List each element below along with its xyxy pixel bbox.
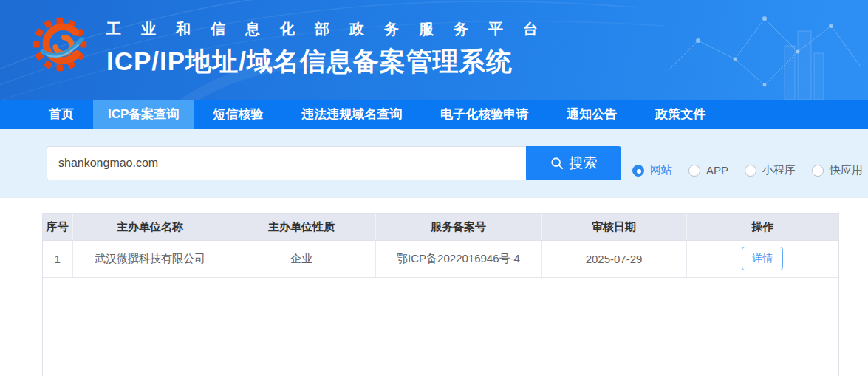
cell-organizer-name: 武汉微撰科技有限公司	[72, 240, 228, 277]
site-header: 工业和信息化部政务服务平台 ICP/IP地址/域名信息备案管理系统	[0, 0, 868, 100]
cell-review-date: 2025-07-29	[541, 240, 686, 277]
cell-action: 详情	[686, 240, 838, 277]
results-table: 序号主办单位名称主办单位性质服务备案号审核日期操作 1武汉微撰科技有限公司企业鄂…	[43, 214, 838, 278]
titles: 工业和信息化部政务服务平台 ICP/IP地址/域名信息备案管理系统	[106, 19, 558, 79]
nav-item-5[interactable]: 电子化核验申请	[421, 100, 547, 129]
nav-item-4[interactable]: 违法违规域名查询	[282, 100, 421, 129]
radio-option-3[interactable]: 小程序	[745, 163, 796, 177]
nav-item-3[interactable]: 短信核验	[194, 100, 282, 129]
search-section: 搜索 网站APP小程序快应用	[0, 129, 868, 198]
table-body: 1武汉微撰科技有限公司企业鄂ICP备2022016946号-42025-07-2…	[43, 240, 838, 277]
radio-option-label: APP	[706, 164, 728, 177]
magnifier-icon	[550, 157, 564, 170]
page: 工业和信息化部政务服务平台 ICP/IP地址/域名信息备案管理系统 首页ICP备…	[0, 0, 868, 376]
target-type-radio-group: 网站APP小程序快应用	[632, 163, 863, 177]
nav-item-7[interactable]: 政策文件	[636, 100, 725, 129]
column-header: 主办单位性质	[228, 214, 375, 240]
search-button[interactable]: 搜索	[526, 146, 621, 180]
gear-spiral-logo-icon	[33, 12, 87, 86]
search-button-label: 搜索	[570, 154, 598, 173]
radio-circle-icon	[632, 165, 644, 177]
cell-license-number: 鄂ICP备2022016946号-4	[375, 240, 541, 277]
platform-title: 工业和信息化部政务服务平台	[106, 19, 558, 39]
nav-item-1[interactable]: 首页	[30, 100, 93, 129]
column-header: 审核日期	[541, 214, 686, 240]
search-row: 搜索 网站APP小程序快应用	[47, 146, 868, 180]
radio-circle-icon	[745, 165, 756, 177]
table-header-row: 序号主办单位名称主办单位性质服务备案号审核日期操作	[43, 214, 838, 240]
nav-item-6[interactable]: 通知公告	[547, 100, 636, 129]
main-nav: 首页ICP备案查询短信核验违法违规域名查询电子化核验申请通知公告政策文件	[0, 100, 868, 129]
radio-option-4[interactable]: 快应用	[812, 163, 863, 177]
brand: 工业和信息化部政务服务平台 ICP/IP地址/域名信息备案管理系统	[0, 0, 868, 86]
system-title: ICP/IP地址/域名信息备案管理系统	[106, 44, 558, 79]
radio-option-label: 快应用	[830, 163, 863, 177]
detail-button[interactable]: 详情	[742, 247, 783, 270]
radio-option-2[interactable]: APP	[688, 164, 728, 177]
results-panel: 序号主办单位名称主办单位性质服务备案号审核日期操作 1武汉微撰科技有限公司企业鄂…	[42, 213, 839, 376]
radio-circle-icon	[688, 165, 700, 177]
column-header: 主办单位名称	[72, 214, 228, 240]
radio-option-label: 小程序	[762, 163, 796, 177]
nav-item-2[interactable]: ICP备案查询	[93, 100, 194, 129]
column-header: 序号	[43, 214, 72, 240]
table-row: 1武汉微撰科技有限公司企业鄂ICP备2022016946号-42025-07-2…	[43, 240, 838, 277]
search-input[interactable]	[47, 146, 526, 180]
radio-circle-icon	[812, 165, 824, 177]
cell-index: 1	[43, 240, 72, 277]
radio-option-label: 网站	[650, 163, 672, 177]
radio-option-1[interactable]: 网站	[632, 163, 672, 177]
column-header: 服务备案号	[375, 214, 541, 240]
cell-organizer-nature: 企业	[228, 240, 375, 277]
column-header: 操作	[686, 214, 838, 240]
